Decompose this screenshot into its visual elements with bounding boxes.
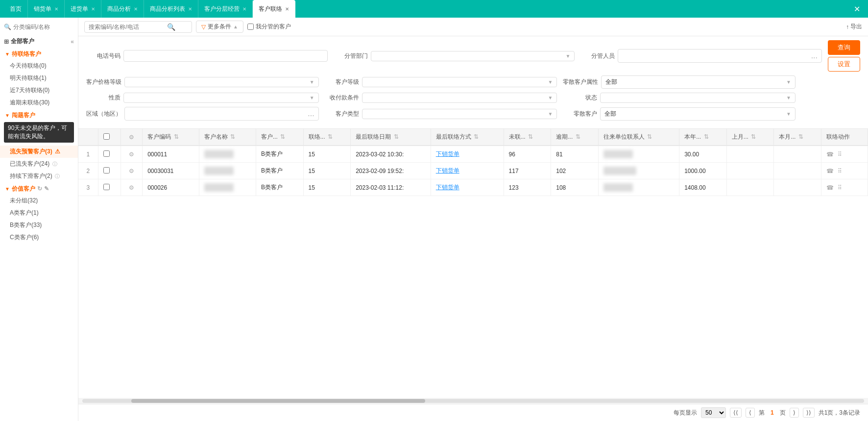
zero-attr-select[interactable]: 全部 ▼ bbox=[601, 75, 796, 89]
th-gear[interactable]: ⚙ bbox=[121, 129, 143, 146]
row-last-method-3[interactable]: 下销货单 bbox=[431, 179, 504, 196]
sidebar-search-input[interactable] bbox=[13, 24, 74, 30]
close-icon[interactable]: ✕ bbox=[188, 6, 192, 12]
more-action-icon[interactable]: ⠿ bbox=[838, 168, 842, 174]
sidebar-item-unclassified[interactable]: 未分组(32) bbox=[0, 195, 78, 207]
close-window-button[interactable]: ✕ bbox=[850, 4, 864, 14]
sidebar-item-overdue[interactable]: 逾期未联络(30) bbox=[0, 97, 78, 109]
tab-sales[interactable]: 销货单 ✕ bbox=[28, 0, 65, 18]
tab-customer-contact[interactable]: 客户联络 ✕ bbox=[253, 0, 295, 18]
th-last-month[interactable]: 上月... ⇅ bbox=[726, 129, 774, 146]
person-select[interactable]: ... bbox=[618, 49, 822, 63]
phone-action-icon[interactable]: ☎ bbox=[826, 184, 834, 191]
customer-type-select[interactable]: ▼ bbox=[362, 109, 557, 119]
scrollbar-thumb[interactable] bbox=[131, 399, 425, 403]
row-gear-2[interactable]: ⚙ bbox=[121, 163, 143, 179]
sidebar-item-class-a[interactable]: A类客户(1) bbox=[0, 207, 78, 219]
sidebar-item-churn-warning[interactable]: 流失预警客户(3) ⚠ bbox=[0, 146, 78, 158]
settings-button[interactable]: 设置 bbox=[828, 57, 860, 72]
phone-action-icon[interactable]: ☎ bbox=[826, 168, 834, 174]
tab-purchase[interactable]: 进货单 ✕ bbox=[65, 0, 101, 18]
row-action-2: ☎ ⠿ bbox=[821, 163, 868, 179]
th-this-year[interactable]: 本年... ⇅ bbox=[679, 129, 727, 146]
sidebar-item-tomorrow[interactable]: 明天待联络(1) bbox=[0, 72, 78, 84]
row-last-month-3 bbox=[726, 179, 774, 196]
th-uncontacted[interactable]: 未联... ⇅ bbox=[504, 129, 551, 146]
th-checkbox[interactable] bbox=[98, 129, 121, 146]
last-page-button[interactable]: ⟩⟩ bbox=[803, 408, 815, 418]
edit-icon[interactable]: ✎ bbox=[44, 185, 49, 192]
more-action-icon[interactable]: ⠿ bbox=[838, 151, 842, 158]
first-page-button[interactable]: ⟨⟨ bbox=[730, 408, 742, 418]
section-pending-contact[interactable]: ▼ 待联络客户 bbox=[0, 48, 78, 60]
sidebar-item-class-c[interactable]: C类客户(6) bbox=[0, 231, 78, 244]
zero-customer-select[interactable]: 全部 ▼ bbox=[600, 107, 796, 121]
search-input[interactable] bbox=[89, 24, 167, 30]
my-customers-checkbox[interactable] bbox=[247, 24, 254, 30]
tab-analysis[interactable]: 商品分析 ✕ bbox=[101, 0, 144, 18]
more-icon[interactable]: ... bbox=[308, 109, 314, 118]
th-contact[interactable]: 联络... ⇅ bbox=[303, 129, 351, 146]
region-select[interactable]: ... bbox=[124, 107, 319, 121]
scrollbar-track[interactable] bbox=[82, 399, 864, 403]
prev-page-button[interactable]: ⟨ bbox=[746, 408, 755, 418]
th-this-month[interactable]: 本月... ⇅ bbox=[774, 129, 821, 146]
export-button[interactable]: ↑ 导出 bbox=[846, 23, 862, 31]
section-problem-customers[interactable]: ▼ 闯题客户 bbox=[0, 109, 78, 121]
my-customers-checkbox-label[interactable]: 我分管的客户 bbox=[247, 23, 291, 31]
query-button[interactable]: 查询 bbox=[828, 40, 860, 55]
phone-input[interactable] bbox=[123, 50, 328, 62]
th-last-method[interactable]: 最后联络方式 ⇅ bbox=[431, 129, 504, 146]
data-table-container[interactable]: ⚙ 客户编码 ⇅ 客户名称 ⇅ 客户... ⇅ bbox=[78, 129, 868, 398]
row-last-method-2[interactable]: 下销货单 bbox=[431, 163, 504, 179]
th-type[interactable]: 客户... ⇅ bbox=[256, 129, 303, 146]
dept-label: 分管部门 bbox=[334, 52, 368, 60]
select-all-checkbox[interactable] bbox=[103, 133, 110, 140]
search-box[interactable]: 🔍 bbox=[84, 21, 192, 33]
close-icon[interactable]: ✕ bbox=[54, 6, 58, 12]
row-last-method-1[interactable]: 下销货单 bbox=[431, 146, 504, 163]
more-action-icon[interactable]: ⠿ bbox=[838, 184, 842, 191]
th-name[interactable]: 客户名称 ⇅ bbox=[199, 129, 256, 146]
tab-analysis-list[interactable]: 商品分析列表 ✕ bbox=[144, 0, 198, 18]
sidebar-item-class-b[interactable]: B类客户(33) bbox=[0, 219, 78, 231]
payment-select[interactable]: ▼ bbox=[362, 93, 557, 103]
row-checkbox-1[interactable] bbox=[98, 146, 121, 163]
status-select[interactable]: ▼ bbox=[600, 93, 796, 103]
th-last-date[interactable]: 最后联络日期 ⇅ bbox=[351, 129, 431, 146]
nature-select[interactable]: ▼ bbox=[123, 93, 319, 103]
horizontal-scrollbar[interactable] bbox=[78, 398, 868, 404]
funnel-icon: ▽ bbox=[201, 24, 206, 30]
phone-action-icon[interactable]: ☎ bbox=[826, 151, 834, 158]
refresh-icon[interactable]: ↻ bbox=[37, 185, 42, 192]
row-checkbox-3[interactable] bbox=[98, 179, 121, 196]
tab-customer-segment[interactable]: 客户分层经营 ✕ bbox=[198, 0, 253, 18]
sidebar-item-declining[interactable]: 持续下滑客户(2) ⓘ bbox=[0, 170, 78, 182]
sidebar-item-today[interactable]: 今天待联络(0) bbox=[0, 60, 78, 72]
dept-select[interactable]: ▼ bbox=[371, 51, 575, 61]
price-level-select[interactable]: ▼ bbox=[124, 77, 319, 87]
sidebar-item-7days[interactable]: 近7天待联络(0) bbox=[0, 84, 78, 97]
th-code[interactable]: 客户编码 ⇅ bbox=[143, 129, 199, 146]
sidebar-item-churned[interactable]: 已流失客户(24) ⓘ bbox=[0, 158, 78, 170]
th-overdue[interactable]: 逾期... ⇅ bbox=[551, 129, 599, 146]
section-value-customers[interactable]: ▼ 价值客户 ↻ ✎ bbox=[0, 182, 78, 195]
tab-home[interactable]: 首页 bbox=[4, 0, 28, 18]
customer-level-select[interactable]: ▼ bbox=[362, 77, 557, 87]
sidebar-search-box[interactable]: 🔍 bbox=[0, 22, 78, 32]
more-icon[interactable]: ... bbox=[811, 51, 818, 60]
th-unit-contact[interactable]: 往来单位联系人 ⇅ bbox=[598, 129, 679, 146]
search-icon[interactable]: 🔍 bbox=[167, 23, 175, 31]
row-checkbox-2[interactable] bbox=[98, 163, 121, 179]
row-overdue-2: 102 bbox=[551, 163, 599, 179]
close-icon[interactable]: ✕ bbox=[91, 6, 95, 12]
per-page-select[interactable]: 50 100 200 bbox=[701, 407, 726, 418]
row-gear-3[interactable]: ⚙ bbox=[121, 179, 143, 196]
more-conditions-button[interactable]: ▽ 更多条件 ▲ bbox=[196, 21, 243, 33]
close-icon[interactable]: ✕ bbox=[285, 6, 289, 12]
close-icon[interactable]: ✕ bbox=[134, 6, 138, 12]
next-page-button[interactable]: ⟩ bbox=[790, 408, 799, 418]
row-gear-1[interactable]: ⚙ bbox=[121, 146, 143, 163]
all-customers-header[interactable]: ⊞ 全部客户 « bbox=[0, 35, 78, 48]
close-icon[interactable]: ✕ bbox=[242, 6, 246, 12]
